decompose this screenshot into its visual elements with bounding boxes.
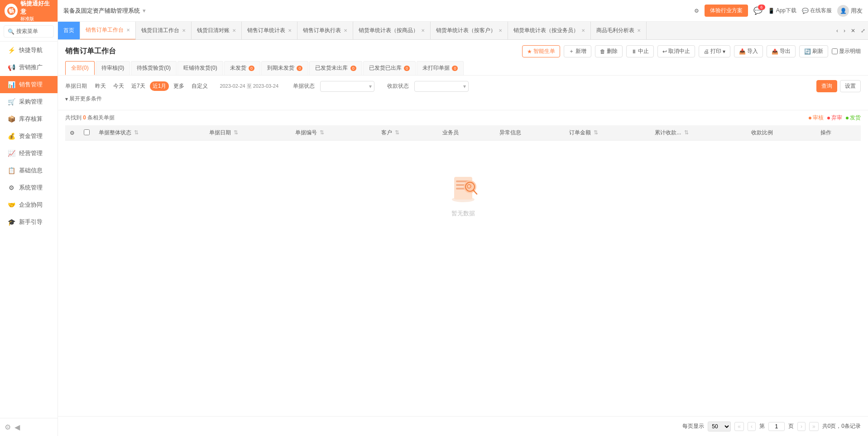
- page-number-input[interactable]: [768, 422, 785, 431]
- topbar-actions: ⚙ 体验行业方案 💬 6 📱 App下载 💬 在线客服 👤 用友: [694, 5, 863, 17]
- collapse-sidebar-button[interactable]: ◀: [14, 423, 20, 431]
- sidebar-item-marketing[interactable]: 📢 营销推广: [0, 59, 58, 76]
- tab-cash-reconcile[interactable]: 钱货日清对账 ✕: [192, 22, 242, 40]
- sidebar-item-enterprise[interactable]: 🤝 企业协同: [0, 196, 58, 213]
- tab-sales-stats[interactable]: 销售订单统计表 ✕: [242, 22, 297, 40]
- tab-cargo-customer-label: 销货单统计表（按客户）: [436, 27, 496, 34]
- sidebar-item-basic[interactable]: 📋 基础信息: [0, 162, 58, 179]
- date-btn-custom[interactable]: 自定义: [189, 81, 211, 91]
- sidebar-item-operation[interactable]: 📈 经营管理: [0, 145, 58, 162]
- date-btn-1month[interactable]: 近1月: [150, 81, 169, 91]
- sidebar-item-system[interactable]: ⚙ 系统管理: [0, 179, 58, 196]
- print-button[interactable]: 🖨 打印 ▾: [699, 45, 730, 57]
- sidebar-item-guide[interactable]: 🎓 新手引导: [0, 213, 58, 231]
- batch-ship-button[interactable]: 发货: [846, 114, 861, 122]
- tab-sales-order-close[interactable]: ✕: [126, 28, 130, 33]
- tab-cash-daily[interactable]: 钱货日清工作台 ✕: [136, 22, 192, 40]
- subtab-shipped-not-out[interactable]: 已发货未出库 0: [309, 61, 362, 75]
- tab-cargo-stats-staff[interactable]: 销货单统计表（按业务员） ✕: [508, 22, 591, 40]
- date-btn-more[interactable]: 更多: [171, 81, 187, 91]
- sales-icon: 📊: [7, 81, 15, 89]
- marketing-icon: 📢: [7, 63, 15, 71]
- col-order-status: 单据整体状态 ⇅: [94, 125, 205, 141]
- add-button[interactable]: ＋ 新增: [564, 45, 591, 57]
- next-page-button[interactable]: ›: [797, 422, 806, 431]
- select-all-checkbox[interactable]: [84, 129, 90, 135]
- last-page-button[interactable]: »: [809, 422, 819, 431]
- cancel-pause-button[interactable]: ↩ 取消中止: [657, 45, 695, 57]
- tab-sales-order-workbench[interactable]: 销售订单工作台 ✕: [80, 22, 136, 40]
- tab-scroll-left[interactable]: ‹: [834, 22, 841, 40]
- smart-create-button[interactable]: ★ 智能生单: [522, 45, 560, 57]
- settings-footer-button[interactable]: ⚙: [5, 423, 11, 431]
- tab-sales-exec[interactable]: 销售订单执行表 ✕: [297, 22, 353, 40]
- search-button[interactable]: 查询: [816, 80, 837, 92]
- subtab-wangpu-ship[interactable]: 旺铺待发货(0): [177, 61, 223, 75]
- star-icon: ★: [527, 48, 532, 55]
- subtab-pending-inspect[interactable]: 待拣货验货(0): [131, 61, 177, 75]
- prev-page-button[interactable]: ‹: [748, 422, 756, 431]
- sidebar-item-purchase[interactable]: 🛒 采购管理: [0, 93, 58, 110]
- date-btn-today[interactable]: 今天: [110, 81, 127, 91]
- tab-cargo-staff-close[interactable]: ✕: [581, 28, 585, 33]
- tab-sales-stats-close[interactable]: ✕: [288, 28, 292, 33]
- tab-cargo-customer-close[interactable]: ✕: [499, 28, 502, 33]
- subtab-shipped-out[interactable]: 已发货已出库 0: [363, 61, 416, 75]
- tab-product-margin[interactable]: 商品毛利分析表 ✕: [591, 22, 647, 40]
- sidebar-item-quick-nav[interactable]: ⚡ 快捷导航: [0, 42, 58, 59]
- subtab-expired-not-shipped[interactable]: 到期未发货 0: [261, 61, 308, 75]
- sidebar-item-label-operation: 经营管理: [19, 149, 43, 157]
- user-info[interactable]: 👤 用友: [837, 5, 863, 17]
- tab-sales-exec-close[interactable]: ✕: [344, 28, 347, 33]
- delete-button[interactable]: 🗑 删除: [595, 45, 623, 57]
- status-select[interactable]: [320, 81, 374, 92]
- refresh-button[interactable]: 🔄 刷新: [799, 45, 828, 57]
- tab-scroll-right[interactable]: ›: [841, 22, 848, 40]
- expand-filter-button[interactable]: ▾ 展开更多条件: [65, 95, 102, 103]
- subtab-not-printed[interactable]: 未打印单据 0: [417, 61, 464, 75]
- pagination-bar: 每页显示 10 20 50 100 « ‹ 第 页 › » 共0页，0条记录: [58, 416, 868, 436]
- search-menu-button[interactable]: 🔍 搜索菜单: [4, 25, 54, 38]
- header-action-buttons: ★ 智能生单 ＋ 新增 🗑 删除 ⏸ 中止 ↩ 取消中止: [522, 45, 861, 57]
- subtab-not-shipped[interactable]: 未发货 0: [224, 61, 260, 75]
- message-button[interactable]: 💬 6: [753, 6, 762, 15]
- tab-close-all[interactable]: ✕: [848, 22, 858, 40]
- sidebar-item-finance[interactable]: 💰 资金管理: [0, 128, 58, 145]
- guide-icon: 🎓: [7, 218, 15, 226]
- show-details-label[interactable]: 显示明细: [832, 47, 861, 55]
- tab-cargo-stats-product[interactable]: 销货单统计表（按商品） ✕: [353, 22, 431, 40]
- col-amount-label: 订单金额: [569, 129, 591, 136]
- status-filter-label: 单据状态: [293, 82, 315, 90]
- export-button[interactable]: 📤 导出: [767, 45, 796, 57]
- sidebar-item-sales[interactable]: 📊 销售管理: [0, 76, 58, 93]
- tab-home[interactable]: 首页: [58, 22, 80, 40]
- first-page-button[interactable]: «: [734, 422, 744, 431]
- sidebar-item-inventory[interactable]: 📦 库存核算: [0, 110, 58, 128]
- online-service-button[interactable]: 💬 在线客服: [802, 7, 832, 14]
- tab-cargo-product-close[interactable]: ✕: [421, 28, 425, 33]
- import-button[interactable]: 📥 导入: [734, 45, 763, 57]
- payment-select[interactable]: [414, 81, 469, 92]
- date-btn-7days[interactable]: 近7天: [129, 81, 148, 91]
- tab-product-margin-close[interactable]: ✕: [637, 28, 641, 33]
- subtab-all[interactable]: 全部(0): [65, 61, 95, 75]
- show-details-checkbox[interactable]: [832, 48, 838, 54]
- tab-maximize[interactable]: ⤢: [858, 22, 868, 40]
- filter-settings-button[interactable]: 设置: [840, 80, 861, 92]
- pause-button[interactable]: ⏸ 中止: [626, 45, 654, 57]
- app-download-button[interactable]: 📱 App下载: [768, 7, 796, 14]
- subtab-shipped-out-badge: 0: [404, 66, 410, 71]
- show-details-text: 显示明细: [839, 47, 861, 55]
- settings-icon-button[interactable]: ⚙: [694, 8, 699, 14]
- sidebar-item-label-sales: 销售管理: [19, 81, 43, 89]
- batch-audit-button[interactable]: 审核: [809, 114, 824, 122]
- batch-cancel-audit-button[interactable]: 弃审: [827, 114, 842, 122]
- industry-solution-button[interactable]: 体验行业方案: [705, 5, 748, 17]
- per-page-select[interactable]: 10 20 50 100: [708, 422, 731, 431]
- subtab-pending-review[interactable]: 待审核(0): [96, 61, 130, 75]
- tab-cargo-stats-customer[interactable]: 销货单统计表（按客户） ✕: [431, 22, 508, 40]
- tab-cash-daily-close[interactable]: ✕: [182, 28, 186, 33]
- tab-cash-reconcile-close[interactable]: ✕: [232, 28, 236, 33]
- column-settings-icon[interactable]: ⚙: [70, 130, 75, 136]
- date-btn-yesterday[interactable]: 昨天: [92, 81, 109, 91]
